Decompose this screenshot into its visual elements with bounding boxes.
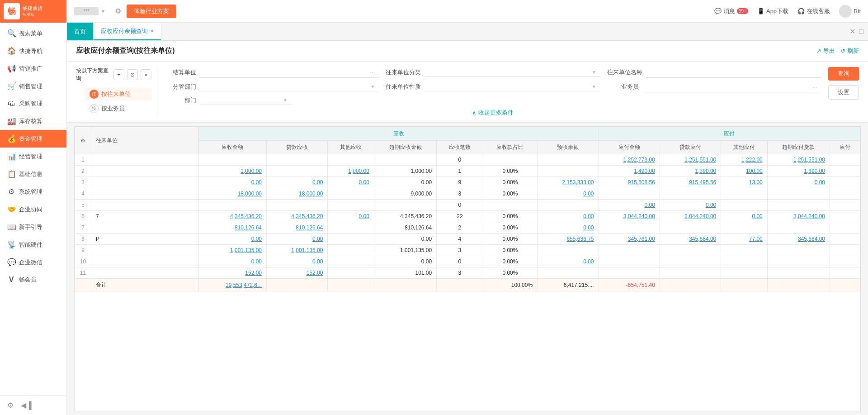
tab-home[interactable]: 首页 [67,23,94,40]
filter-partner-name: 往来单位名称 [607,67,821,78]
filter-collapse-button[interactable]: ∧ 收起更多条件 [165,109,821,117]
gear-button[interactable]: ⚙ [115,7,121,15]
th-yf-loan: 贷款应付 [660,141,721,154]
total-label: 合计 [91,279,199,291]
edit-filter-button[interactable]: ⊙ [127,69,138,80]
sidebar-item-search[interactable]: 🔍 搜索菜单 [0,24,66,42]
notifications-button[interactable]: 💬 消息 99+ [714,7,748,15]
table-row: 7810,126.64810,126.64810,126.6420.00%0.0… [75,222,860,234]
app-download-button[interactable]: 📱 App下载 [757,7,788,15]
finance-icon: 💰 [7,134,15,143]
sidebar-item-basicinfo[interactable]: 📋 基础信息 [0,165,66,183]
collapse-filter-button[interactable]: « [141,69,151,80]
collapse-sidebar-icon[interactable]: ◀▐ [21,401,31,410]
table-row: 91,001,135.001,001,135.001,001,135.0030.… [75,245,860,256]
page-content: 应收应付余额查询(按往来单位) ↗ 导出 ↺ 刷新 按以下方案查询 [67,41,868,415]
maximize-icon[interactable]: □ [859,28,863,36]
sidebar-item-inventory[interactable]: 🏭 库存核算 [0,112,66,130]
app-download-label: App下载 [766,7,788,15]
user-menu-button[interactable]: Rit [839,5,861,18]
salesperson-input[interactable]: ··· [642,81,821,92]
department-select[interactable]: ▼ [200,96,291,105]
close-window-icon[interactable]: ✕ [849,27,855,36]
sidebar-item-member[interactable]: V 畅会员 [0,271,66,288]
refresh-button[interactable]: ↺ 刷新 [840,47,859,55]
page-title: 应收应付余额查询(按往来单位) [76,46,175,56]
promo-button[interactable]: 体验行业方案 [127,5,176,18]
filter-partner-category: 往来单位分类 ▼ [386,68,599,77]
partner-option-icon: 按 [90,90,99,99]
sidebar-item-wechat[interactable]: 💬 企业微信 [0,253,66,271]
topbar-right: 💬 消息 99+ 📱 App下载 🎧 在线客服 Rit [714,5,861,18]
export-button[interactable]: ↗ 导出 [816,47,835,55]
filter-row-2: 分管部门 ▼ 往来单位性质 ▼ [165,81,821,92]
filter-header-icons: + ⊙ « [113,69,151,80]
partner-th: 往来单位 [91,127,199,154]
sidebar-item-quicknav[interactable]: 🏠 快捷导航 [0,42,66,60]
gear-th[interactable]: ⚙ [75,127,91,154]
total-yf-loan [660,279,721,291]
sidebar-item-enterprise[interactable]: 🤝 企业协同 [0,200,66,218]
search-menu-icon: 🔍 [7,29,15,38]
partner-nature-select[interactable]: ▼ [425,82,599,91]
th-ysr-ratio: 应收款占比 [483,141,537,154]
sidebar-item-finance[interactable]: 💰 资金管理 [0,130,66,148]
total-overdue-yf [767,279,830,291]
department-arrow: ▼ [283,98,288,103]
logo-icon: 畅 [4,3,20,19]
settings-footer-icon[interactable]: ⚙ [7,401,14,410]
notification-icon: 💬 [714,8,722,14]
sidebar-item-smarthw[interactable]: 📡 智能硬件 [0,236,66,253]
sidebar-item-label: 快捷导航 [19,47,42,55]
purchase-icon: 🛍 [7,100,15,108]
sidebar-item-label: 系统管理 [19,188,42,196]
jiesuan-input[interactable]: ··· [200,67,378,78]
topbar: *** ▼ ⚙ 体验行业方案 💬 消息 99+ 📱 App下载 🎧 在线客服 R… [67,0,868,23]
sidebar-item-label: 企业微信 [19,258,42,267]
sidebar-item-system[interactable]: ⚙ 系统管理 [0,183,66,200]
add-filter-button[interactable]: + [113,69,124,80]
division-dept-select[interactable]: ▼ [200,82,378,91]
settings-button[interactable]: 设置 [828,85,859,100]
th-yf-amount: 应付金额 [599,141,660,154]
partner-name-input[interactable] [646,67,821,78]
breadcrumb-text: *** [74,7,99,15]
query-button[interactable]: 查询 [828,67,859,81]
tab-receivables[interactable]: 应收应付余额查询 × [94,23,161,40]
partner-name-label: 往来单位名称 [607,68,642,76]
service-icon: 🎧 [797,8,805,14]
filter-partner-nature: 往来单位性质 ▼ [386,82,599,91]
th-ysr-loan: 贷款应收 [267,141,328,154]
partner-category-arrow: ▼ [592,70,596,75]
total-yf-col [830,279,860,291]
filter-by-salesperson[interactable]: 按 按业务员 [85,102,151,115]
sidebar-item-operations[interactable]: 📊 经营管理 [0,148,66,165]
sidebar-item-purchase[interactable]: 🛍 采购管理 [0,95,66,112]
total-yf-other [721,279,768,291]
total-ysr-other [328,279,374,291]
filter-by-partner[interactable]: 按 按往来单位 [85,88,151,100]
filter-area: 按以下方案查询 + ⊙ « 按 按往来单位 按 [67,62,868,123]
customer-service-button[interactable]: 🎧 在线客服 [797,7,830,15]
division-dept-arrow: ▼ [370,84,375,89]
sidebar-item-guide[interactable]: 📖 新手引导 [0,218,66,236]
total-overdue-ysr [374,279,436,291]
total-ysr-amount: 19,553,472,6... [198,279,266,291]
filter-by-salesperson-label: 按业务员 [101,105,125,113]
partner-category-select[interactable]: ▼ [425,68,599,77]
tab-close-icon[interactable]: × [151,28,154,34]
sidebar-item-marketing[interactable]: 📢 营销推广 [0,60,66,77]
export-label: 导出 [823,47,835,55]
collapse-arrow-icon: ∧ [472,110,476,116]
th-yf-col: 应付 [830,141,860,154]
table-row: 500.000.00 [75,200,860,211]
notifications-label: 消息 [723,7,735,15]
yingfu-group-th: 应付 [599,127,860,141]
sidebar-item-sales[interactable]: 🛒 销售管理 [0,77,66,95]
division-dept-label: 分管部门 [165,83,196,91]
table-row: 100.000.000.0000.00%0.00 [75,256,860,267]
sidebar-item-label: 经营管理 [19,153,42,161]
total-label-cell [75,279,91,291]
total-yf-amount: -654,751.40 [599,279,660,291]
department-label: 部门 [165,96,196,105]
